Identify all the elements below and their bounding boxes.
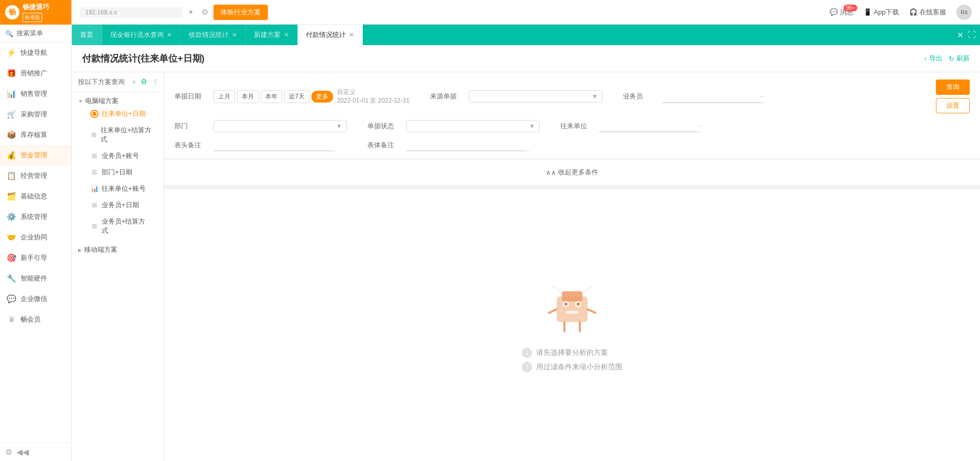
settings-button[interactable]: 设置 [936,98,970,113]
scheme-item-partner-account[interactable]: 📊 往来单位+账号 [78,181,158,197]
search-label: 搜索菜单 [16,29,43,38]
date-btn-7days[interactable]: 近7天 [284,90,309,103]
sidebar-item-marketing[interactable]: 🎁 营销推广 [0,63,71,84]
main-area: 192.168.x.x ▼ ⚙ 体验行业方案 💬 消息 99+ 📱 App下载 … [72,0,980,461]
scheme-item-label: 业务员+结算方式 [102,217,151,235]
sidebar-item-hardware[interactable]: 🔧 智能硬件 [0,268,71,289]
tab-bar: 首页 现金银行流水查询 ✕ 收款情况统计 ✕ 新建方案 ✕ 付款情况统计 ✕ ✕… [72,25,980,45]
settings-footer-icon[interactable]: ⚙ [5,447,12,457]
purchase-icon: 🛒 [6,109,16,119]
collapse-filters-button[interactable]: ∧∧ 收起更多条件 [536,165,609,180]
svg-point-5 [577,303,580,306]
content-body: 按以下方案查询 ＋ ⚙ 《 ▼ 电脑端方案 [72,72,980,461]
dept-select[interactable]: ▼ [213,120,347,132]
collapse-sidebar-icon[interactable]: ◀◀ [16,447,29,457]
sidebar-item-label: 基础信息 [21,192,47,201]
sidebar-item-inventory[interactable]: 📦 库存核算 [0,125,71,145]
scheme-panel-title: 按以下方案查询 [78,77,127,87]
settings-scheme-icon[interactable]: ⚙ [141,77,147,87]
sidebar-item-purchase[interactable]: 🛒 采购管理 [0,104,71,125]
svg-point-4 [564,303,567,306]
sidebar-item-wechat[interactable]: 💬 企业微信 [0,289,71,309]
refresh-button[interactable]: ↻ 刷新 [949,54,970,63]
scheme-item-label: 业务员+日期 [102,201,139,210]
source-select[interactable]: ▼ [469,90,602,103]
scheme-item-dept-date[interactable]: ⊞ 部门+日期 [78,164,158,181]
topbar-settings-icon[interactable]: ⚙ [201,7,208,17]
quick-nav-icon: ⚡ [6,48,16,58]
scheme-item-staff-account[interactable]: ⊞ 业务员+账号 [78,148,158,164]
body-note-input[interactable] [406,138,524,151]
staff-input[interactable] [662,90,759,103]
head-note-input[interactable] [213,138,331,151]
svg-line-8 [587,309,595,313]
date-btn-this-month[interactable]: 本月 [237,90,259,103]
tip-1-text: 请先选择要分析的方案 [536,348,608,357]
message-action[interactable]: 💬 消息 99+ [830,8,853,17]
tip-2-text: 用过滤条件来缩小分析范围 [536,363,622,372]
sidebar-item-label: 系统管理 [21,212,47,222]
sidebar-item-guide[interactable]: 🎯 新手引导 [0,248,71,268]
sidebar-item-sales[interactable]: 📊 销售管理 [0,84,71,104]
scheme-item-partner-settlement[interactable]: ⊞ 往来单位+结算方式 [78,122,158,148]
user-avatar[interactable]: Rit [956,5,972,20]
collapse-panel-icon[interactable]: 《 [150,77,158,87]
status-select[interactable]: ▼ [406,120,540,132]
service-action[interactable]: 🎧 在线客服 [909,8,946,17]
address-dropdown-icon[interactable]: ▼ [188,9,194,16]
guide-icon: 🎯 [6,253,16,263]
sidebar-item-collab[interactable]: 🤝 企业协同 [0,227,71,248]
date-btn-this-year[interactable]: 本年 [261,90,282,103]
dept-label: 部门 [174,122,203,131]
scheme-panel: 按以下方案查询 ＋ ⚙ 《 ▼ 电脑端方案 [72,72,164,461]
sidebar-item-label: 快捷导航 [21,48,47,57]
sidebar-item-system[interactable]: ⚙️ 系统管理 [0,207,71,227]
sidebar-item-label: 采购管理 [21,110,47,119]
close-all-tabs-button[interactable]: ✕ [957,30,964,40]
sidebar-item-quick-nav[interactable]: ⚡ 快捷导航 [0,43,71,63]
tab-receipt-close[interactable]: ✕ [232,31,237,38]
empty-state: 1 请先选择要分析的方案 2 用过滤条件来缩小分析范围 [164,189,980,461]
sidebar-item-member[interactable]: ♛ 畅会员 [0,309,71,330]
tab-new-scheme[interactable]: 新建方案 ✕ [246,25,298,45]
scheme-item-staff-settlement[interactable]: ⊞ 业务员+结算方式 [78,213,158,239]
empty-tip-1: 1 请先选择要分析的方案 [522,348,622,358]
export-button[interactable]: ↑ 导出 [924,54,943,63]
scheme-item-staff-date[interactable]: ⊞ 业务员+日期 [78,197,158,213]
message-icon: 💬 [830,8,838,16]
sidebar-item-basic[interactable]: 🗂️ 基础信息 [0,186,71,207]
sidebar-item-finance[interactable]: 💰 资金管理 [0,145,71,166]
fullscreen-button[interactable]: ⛶ [968,30,976,39]
tab-home[interactable]: 首页 [72,25,102,45]
tab-payment-close[interactable]: ✕ [349,31,354,38]
sidebar-item-operations[interactable]: 📋 经营管理 [0,166,71,186]
tab-payment[interactable]: 付款情况统计 ✕ [298,25,363,45]
partner-ellipsis-icon[interactable]: ··· [697,122,702,129]
partner-input[interactable] [599,119,697,132]
scheme-table-icon: ⊞ [90,201,99,209]
scheme-item-label: 往来单位+日期 [102,109,146,118]
date-btn-more[interactable]: 更多 [311,91,333,103]
app-download-action[interactable]: 📱 App下载 [864,8,899,17]
search-menu[interactable]: 🔍 搜索菜单 [0,25,71,43]
date-btn-last-month[interactable]: 上月 [213,90,235,103]
add-scheme-icon[interactable]: ＋ [130,77,138,87]
query-button[interactable]: 查询 [936,79,970,95]
filter-row-3: 表头备注 表体备注 [174,138,970,151]
tab-bank[interactable]: 现金银行流水查询 ✕ [102,25,181,45]
trial-button[interactable]: 体验行业方案 [213,5,268,20]
tab-bank-close[interactable]: ✕ [167,31,172,38]
tab-new-scheme-close[interactable]: ✕ [284,31,289,38]
desktop-category-header[interactable]: ▼ 电脑端方案 [78,96,158,106]
tab-receipt[interactable]: 收款情况统计 ✕ [181,25,246,45]
scheme-item-partner-date[interactable]: 往来单位+日期 [78,106,158,122]
inventory-icon: 📦 [6,130,16,140]
scheme-chart-icon: 📊 [90,185,99,193]
tab-bank-label: 现金银行流水查询 [110,30,164,39]
svg-rect-6 [566,311,578,314]
sidebar-item-label: 企业协同 [21,233,47,242]
staff-ellipsis-icon[interactable]: ··· [759,93,765,100]
chevron-up-icon: ∧∧ [546,169,556,176]
search-icon: 🔍 [5,30,13,37]
mobile-category-header[interactable]: ▶ 移动端方案 [78,245,158,254]
